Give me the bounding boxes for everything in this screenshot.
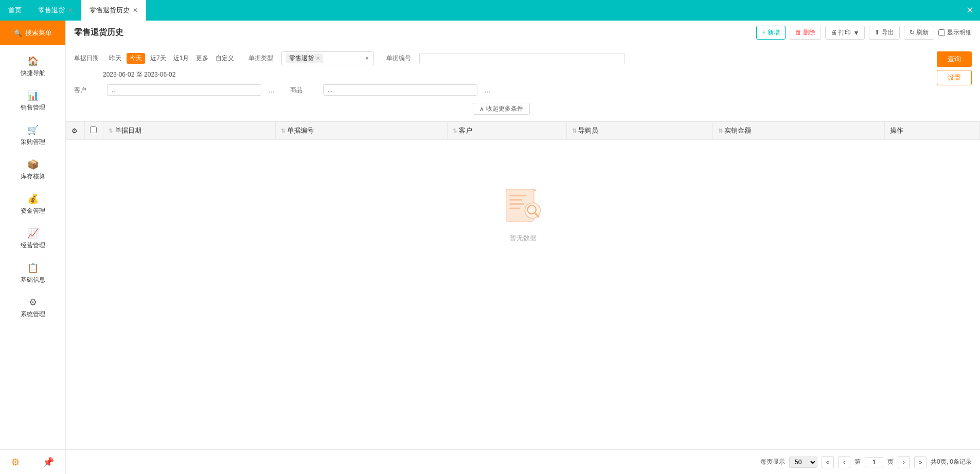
date-7days[interactable]: 近7天 xyxy=(148,53,168,64)
delete-button[interactable]: 🗑 删除 xyxy=(790,26,821,40)
filter-fields: 单据日期 昨天 今天 近7天 近1月 更多 自定义 xyxy=(74,51,929,115)
window-close-button[interactable]: ✕ xyxy=(959,0,980,21)
customer-browse-icon[interactable]: ... xyxy=(265,86,278,94)
query-button[interactable]: 查询 xyxy=(937,51,972,67)
table-head: ⚙ 单据日期 单据编号 客户 导购员 实销金额 操作 xyxy=(66,122,980,140)
filter-area: 单据日期 昨天 今天 近7天 近1月 更多 自定义 xyxy=(66,45,980,121)
filter-row-2: 客户 ... 商品 ... xyxy=(74,84,929,96)
page-last-button[interactable]: » xyxy=(914,456,926,468)
page-prev-button[interactable]: ‹ xyxy=(838,456,850,468)
customer-filter-group: 客户 ... xyxy=(74,84,278,96)
system-icon: ⚙ xyxy=(29,297,37,308)
per-page-select[interactable]: 20 50 100 xyxy=(789,457,817,468)
sales-icon: 📊 xyxy=(27,90,39,101)
pagination-bar: 每页显示 20 50 100 « ‹ 第 页 › » 共0页, 0条记录 xyxy=(66,449,980,474)
sidebar-item-inventory[interactable]: 📦 库存核算 xyxy=(0,153,65,187)
print-dropdown-icon: ▼ xyxy=(853,29,859,37)
collapse-bar: ∧ 收起更多条件 xyxy=(74,101,929,115)
tab-retail-return-history[interactable]: 零售退货历史 ✕ xyxy=(81,0,146,21)
tab-home-label: 首页 xyxy=(8,6,22,15)
th-checkbox[interactable] xyxy=(85,122,103,140)
th-customer[interactable]: 客户 xyxy=(448,122,567,140)
date-range-text: 2023-06-02 至 2023-06-02 xyxy=(103,71,175,78)
tab-retail-return-history-close[interactable]: ✕ xyxy=(133,7,138,14)
page-first-icon: « xyxy=(826,459,830,466)
sidebar-item-quick-nav[interactable]: 🏠 快捷导航 xyxy=(0,49,65,84)
page-next-button[interactable]: › xyxy=(898,456,910,468)
sidebar-item-system-label: 系统管理 xyxy=(21,310,45,319)
date-today[interactable]: 今天 xyxy=(127,53,145,64)
date-range-display: 2023-06-02 至 2023-06-02 xyxy=(103,70,929,79)
sidebar-menu: 🏠 快捷导航 📊 销售管理 🛒 采购管理 📦 库存核算 💰 资金管理 📈 xyxy=(0,45,65,449)
goods-browse-icon[interactable]: ... xyxy=(482,86,494,94)
doctype-dropdown-icon: ▼ xyxy=(364,56,369,61)
tab-retail-return[interactable]: 零售退货 ✕ xyxy=(30,0,81,21)
doctype-tag-close[interactable]: ✕ xyxy=(316,56,320,61)
page-prev-icon: ‹ xyxy=(843,459,845,466)
doctype-select[interactable]: 零售退货 ✕ ▼ xyxy=(281,51,374,65)
finance-icon: 💰 xyxy=(27,193,39,205)
empty-state: 暂无数据 xyxy=(66,140,980,284)
tab-list: 首页 零售退货 ✕ 零售退货历史 ✕ xyxy=(0,0,959,21)
docnumber-input[interactable] xyxy=(419,53,625,64)
tab-retail-return-close[interactable]: ✕ xyxy=(68,7,73,14)
empty-state-row: 暂无数据 xyxy=(66,140,980,284)
sidebar-item-finance[interactable]: 💰 资金管理 xyxy=(0,187,65,222)
sidebar-item-inventory-label: 库存核算 xyxy=(21,172,45,181)
tab-home[interactable]: 首页 xyxy=(0,0,30,21)
page-first-button[interactable]: « xyxy=(822,456,834,468)
sidebar: 🔍 搜索菜单 🏠 快捷导航 📊 销售管理 🛒 采购管理 📦 库存核算 💰 xyxy=(0,21,66,474)
refresh-button[interactable]: ↻ 刷新 xyxy=(904,26,934,40)
query-settings-col: 查询 设置 xyxy=(937,51,972,85)
customer-input[interactable] xyxy=(107,84,261,96)
operations-icon: 📈 xyxy=(27,228,39,239)
page-number-input[interactable] xyxy=(865,457,883,467)
settings-button[interactable]: 设置 xyxy=(937,70,972,85)
per-page-label: 每页显示 xyxy=(760,458,785,466)
sidebar-item-sales[interactable]: 📊 销售管理 xyxy=(0,84,65,118)
docnumber-filter-group: 单据编号 xyxy=(386,53,625,64)
table-container: ⚙ 单据日期 单据编号 客户 导购员 实销金额 操作 xyxy=(66,121,980,449)
sidebar-item-basic-info[interactable]: 📋 基础信息 xyxy=(0,256,65,290)
filter-row-1: 单据日期 昨天 今天 近7天 近1月 更多 自定义 xyxy=(74,51,929,65)
goods-filter-label: 商品 xyxy=(290,86,319,95)
show-detail-input[interactable] xyxy=(938,29,945,36)
date-shortcuts: 昨天 今天 近7天 近1月 更多 自定义 xyxy=(107,53,236,64)
date-custom[interactable]: 自定义 xyxy=(213,53,236,64)
sidebar-settings-icon[interactable]: ⚙ xyxy=(11,457,20,468)
select-all-checkbox[interactable] xyxy=(90,126,97,133)
sidebar-search[interactable]: 🔍 搜索菜单 xyxy=(0,21,65,45)
search-icon: 🔍 xyxy=(14,29,22,37)
export-button[interactable]: ⬆ 导出 xyxy=(869,26,899,40)
th-doc-number[interactable]: 单据编号 xyxy=(275,122,448,140)
th-guide[interactable]: 导购员 xyxy=(567,122,712,140)
th-doc-date[interactable]: 单据日期 xyxy=(103,122,276,140)
show-detail-label: 显示明细 xyxy=(947,28,972,37)
main-layout: 🔍 搜索菜单 🏠 快捷导航 📊 销售管理 🛒 采购管理 📦 库存核算 💰 xyxy=(0,21,980,474)
settings-button-label: 设置 xyxy=(948,74,961,81)
delete-button-label: 🗑 删除 xyxy=(795,28,815,37)
total-info: 共0页, 0条记录 xyxy=(931,458,972,466)
show-detail-checkbox[interactable]: 显示明细 xyxy=(938,28,972,37)
sidebar-item-operations[interactable]: 📈 经营管理 xyxy=(0,222,65,256)
collapse-icon: ∧ xyxy=(479,105,484,113)
sidebar-item-purchase[interactable]: 🛒 采购管理 xyxy=(0,118,65,153)
sidebar-pin-icon[interactable]: 📌 xyxy=(43,457,54,468)
goods-filter-group: 商品 ... xyxy=(290,84,494,96)
date-yesterday[interactable]: 昨天 xyxy=(107,53,123,64)
empty-state-text: 暂无数据 xyxy=(510,233,537,243)
th-amount[interactable]: 实销金额 xyxy=(712,122,885,140)
sidebar-item-quick-nav-label: 快捷导航 xyxy=(21,69,45,78)
top-bar: 首页 零售退货 ✕ 零售退货历史 ✕ ✕ xyxy=(0,0,980,21)
date-1month[interactable]: 近1月 xyxy=(171,53,191,64)
sidebar-item-system[interactable]: ⚙ 系统管理 xyxy=(0,290,65,325)
new-button-label: + 新增 xyxy=(762,28,779,37)
date-more[interactable]: 更多 xyxy=(194,53,210,64)
new-button[interactable]: + 新增 xyxy=(756,26,785,40)
goods-input[interactable] xyxy=(323,84,477,96)
print-button[interactable]: 🖨 打印 ▼ xyxy=(825,26,865,40)
docnumber-filter-label: 单据编号 xyxy=(386,54,415,63)
main-content: 零售退货历史 + 新增 🗑 删除 🖨 打印 ▼ ⬆ 导出 ↻ 刷新 xyxy=(66,21,980,474)
th-gear[interactable]: ⚙ xyxy=(66,122,85,140)
collapse-button[interactable]: ∧ 收起更多条件 xyxy=(473,103,530,115)
